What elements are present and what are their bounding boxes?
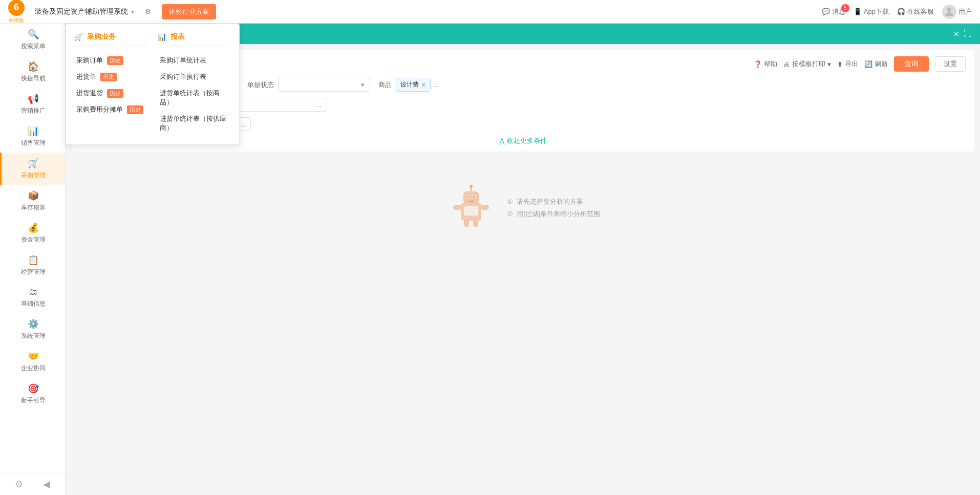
svg-point-6 bbox=[473, 196, 475, 198]
sidebar-item-marketing[interactable]: 📢 营销推广 bbox=[0, 88, 65, 120]
empty-state-text: ① 请先选择要分析的方案 ② 用[过滤]条件来缩小分析范围 bbox=[507, 197, 601, 219]
sidebar-item-sales[interactable]: 📊 销售管理 bbox=[0, 120, 65, 153]
menu-item-receipt-by-supplier[interactable]: 进货单统计表（按供应商） bbox=[158, 111, 231, 136]
user-menu-button[interactable]: 用户 bbox=[942, 5, 972, 19]
logo[interactable]: 6 标准版 bbox=[8, 0, 25, 24]
help-icon: ❓ bbox=[754, 60, 762, 68]
settings-icon[interactable]: ⚙ bbox=[140, 4, 156, 19]
help-btn[interactable]: ❓ 帮助 bbox=[754, 59, 777, 69]
purchase-section-icon: 🛒 bbox=[74, 33, 83, 41]
base-icon: 🗂 bbox=[29, 287, 38, 297]
order-status-filter-group: 单据状态 ▾ bbox=[247, 78, 370, 92]
menu-item-purchase-return[interactable]: 进货退货 历史 bbox=[74, 85, 147, 101]
app-download-button[interactable]: 📱 App下载 bbox=[854, 7, 889, 16]
goods-more-dots[interactable]: ... bbox=[435, 81, 440, 89]
report-section-header: 📊 报表 bbox=[158, 32, 231, 46]
purchase-section-header: 🛒 采购业务 bbox=[74, 32, 147, 46]
notification-button[interactable]: 💬 5 消息 bbox=[822, 7, 845, 16]
sidebar: 🔍 搜索菜单 🏠 快捷导航 📢 营销推广 📊 销售管理 🛒 采购管理 📦 bbox=[0, 24, 66, 495]
online-service-button[interactable]: 🎧 在线客服 bbox=[897, 7, 934, 16]
sidebar-item-operation[interactable]: 📋 经营管理 bbox=[0, 249, 65, 282]
print-btn[interactable]: 🖨 按模板打印 ▾ bbox=[783, 59, 831, 69]
salesperson-select[interactable]: ... bbox=[235, 98, 327, 112]
goods-tag-close[interactable]: ✕ bbox=[421, 81, 426, 89]
notification-icon: 💬 bbox=[822, 8, 830, 15]
sidebar-item-marketing-label: 营销推广 bbox=[21, 106, 46, 115]
purchase-order-badge: 历史 bbox=[107, 56, 123, 65]
order-status-label: 单据状态 bbox=[247, 80, 274, 90]
logo-subtitle: 标准版 bbox=[9, 17, 24, 24]
system-name: 装备及固定资产辅助管理系统 ▾ bbox=[35, 7, 134, 16]
maximize-icon[interactable]: ⛶ bbox=[964, 29, 972, 38]
purchase-business-section: 🛒 采购业务 采购订单 历史 进货单 历史 进货退货 历史 采购费用分摊单 历史 bbox=[74, 32, 147, 136]
sidebar-item-quicknav[interactable]: 🏠 快捷导航 bbox=[0, 56, 65, 88]
order-status-select[interactable]: ▾ bbox=[278, 78, 370, 92]
sidebar-item-quicknav-label: 快捷导航 bbox=[21, 74, 46, 83]
top-right-area: 💬 5 消息 📱 App下载 🎧 在线客服 用户 bbox=[822, 5, 972, 19]
menu-item-receipt-by-goods[interactable]: 进货单统计表（按商品） bbox=[158, 85, 231, 111]
menu-item-purchase-expense[interactable]: 采购费用分摊单 历史 bbox=[74, 101, 147, 118]
goods-tag: 设计费 ✕ bbox=[396, 78, 431, 92]
sidebar-item-enterprise[interactable]: 🤝 企业协同 bbox=[0, 346, 65, 378]
logo-icon: 6 bbox=[8, 0, 25, 16]
trial-button[interactable]: 体验行业方案 bbox=[162, 4, 216, 19]
sidebar-item-sales-label: 销售管理 bbox=[21, 139, 46, 147]
close-window-icon[interactable]: ✕ bbox=[953, 29, 960, 39]
sidebar-item-operation-label: 经营管理 bbox=[21, 268, 46, 276]
sidebar-item-finance-label: 资金管理 bbox=[21, 235, 46, 244]
inventory-icon: 📦 bbox=[28, 190, 39, 201]
empty-state-area: ① 请先选择要分析的方案 ② 用[过滤]条件来缩小分析范围 bbox=[72, 182, 974, 233]
purchase-report-section: 📊 报表 采购订单统计表 采购订单执行表 进货单统计表（按商品） 进货单统计表（… bbox=[158, 32, 231, 136]
sidebar-item-system-label: 系统管理 bbox=[21, 332, 46, 340]
system-dropdown-arrow[interactable]: ▾ bbox=[131, 8, 134, 15]
set-button[interactable]: 设置 bbox=[935, 56, 966, 72]
menu-item-order-exec[interactable]: 采购订单执行表 bbox=[158, 69, 231, 85]
sidebar-bottom: ⚙ ◀ bbox=[0, 473, 65, 495]
operation-icon: 📋 bbox=[28, 254, 39, 266]
sidebar-item-newguide-label: 新手引导 bbox=[21, 396, 46, 405]
print-dropdown-icon[interactable]: ▾ bbox=[827, 60, 831, 68]
customer-more-dots[interactable]: ... bbox=[240, 120, 245, 128]
sidebar-item-base-label: 基础信息 bbox=[21, 299, 46, 308]
sidebar-item-purchase-label: 采购管理 bbox=[21, 171, 46, 180]
goods-label: 商品 bbox=[378, 80, 392, 90]
svg-rect-9 bbox=[453, 205, 461, 210]
finance-icon: 💰 bbox=[28, 222, 39, 233]
menu-item-order-stats[interactable]: 采购订单统计表 bbox=[158, 52, 231, 69]
purchase-dropdown-menu: 🛒 采购业务 采购订单 历史 进货单 历史 进货退货 历史 采购费用分摊单 历史… bbox=[66, 24, 240, 145]
export-icon: ⬆ bbox=[837, 60, 843, 68]
salesperson-more-dots[interactable]: ... bbox=[316, 101, 322, 109]
svg-point-0 bbox=[947, 8, 951, 12]
sidebar-item-base[interactable]: 🗂 基础信息 bbox=[0, 282, 65, 313]
sidebar-collapse-btn[interactable]: ◀ bbox=[43, 479, 50, 490]
query-button[interactable]: 查询 bbox=[894, 56, 929, 72]
system-icon: ⚙️ bbox=[28, 318, 39, 330]
collapse-icon: ⋀ bbox=[499, 137, 505, 145]
menu-item-purchase-order[interactable]: 采购订单 历史 bbox=[74, 52, 147, 69]
sidebar-item-inventory[interactable]: 📦 库存核算 bbox=[0, 185, 65, 217]
refresh-icon: 🔄 bbox=[864, 60, 872, 68]
sidebar-item-purchase[interactable]: 🛒 采购管理 bbox=[0, 153, 65, 185]
sidebar-item-enterprise-label: 企业协同 bbox=[21, 364, 46, 373]
sidebar-item-system[interactable]: ⚙️ 系统管理 bbox=[0, 313, 65, 346]
sidebar-settings-btn[interactable]: ⚙ bbox=[15, 479, 23, 490]
return-badge: 历史 bbox=[107, 89, 123, 98]
svg-rect-11 bbox=[464, 220, 469, 227]
menu-item-purchase-receipt[interactable]: 进货单 历史 bbox=[74, 69, 147, 85]
export-btn[interactable]: ⬆ 导出 bbox=[837, 59, 858, 69]
print-icon: 🖨 bbox=[783, 60, 790, 68]
sidebar-item-search-label: 搜索菜单 bbox=[21, 42, 46, 51]
tab-expand-btn[interactable]: ✕ ⛶ bbox=[947, 29, 980, 39]
user-avatar bbox=[942, 5, 956, 19]
refresh-btn[interactable]: 🔄 刷新 bbox=[864, 59, 888, 69]
goods-filter-group: 商品 设计费 ✕ ... bbox=[378, 78, 440, 92]
sidebar-item-finance[interactable]: 💰 资金管理 bbox=[0, 217, 65, 249]
sidebar-item-newguide[interactable]: 🎯 新手引导 bbox=[0, 378, 65, 410]
order-status-dropdown-icon: ▾ bbox=[361, 81, 365, 89]
headset-icon: 🎧 bbox=[897, 8, 905, 15]
sidebar-item-search[interactable]: 🔍 搜索菜单 bbox=[0, 24, 65, 56]
purchase-icon: 🛒 bbox=[28, 158, 39, 169]
sales-icon: 📊 bbox=[28, 125, 39, 137]
marketing-icon: 📢 bbox=[28, 93, 39, 104]
svg-rect-10 bbox=[481, 205, 489, 210]
